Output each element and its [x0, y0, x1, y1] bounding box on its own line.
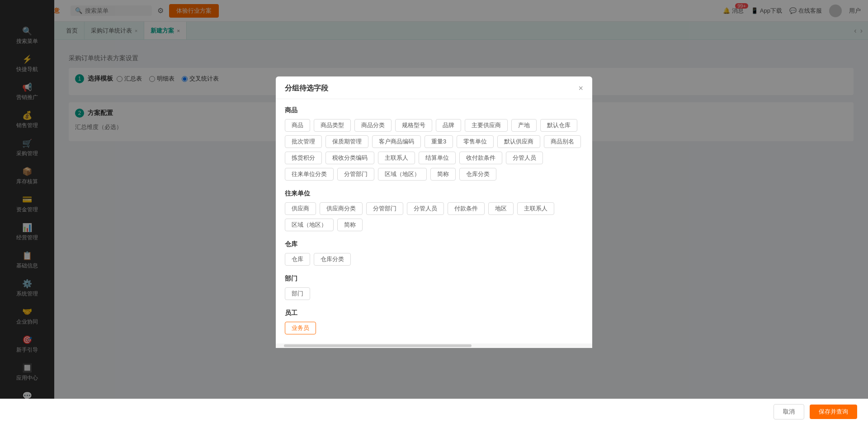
- section-employee: 员工 业务员: [285, 309, 583, 334]
- field-tag-goods-10[interactable]: 保质期管理: [326, 135, 368, 148]
- section-goods: 商品 商品 商品类型 商品分类 规格型号 品牌 主要供应商 产地 默认仓库 批次…: [285, 106, 583, 181]
- field-tag-goods-16[interactable]: 拣货积分: [285, 152, 322, 164]
- field-tag-partner-9[interactable]: 简称: [337, 219, 363, 231]
- field-tag-goods-14[interactable]: 默认供应商: [497, 135, 540, 148]
- field-tag-goods-9[interactable]: 批次管理: [285, 135, 322, 148]
- section-department-title: 部门: [285, 275, 583, 283]
- field-tag-goods-5[interactable]: 品牌: [436, 119, 461, 132]
- modal-close-button[interactable]: ×: [578, 84, 583, 93]
- field-tag-goods-21[interactable]: 分管人员: [506, 152, 543, 164]
- field-tag-goods-24[interactable]: 区域（地区）: [378, 168, 427, 181]
- field-tag-goods-12[interactable]: 重量3: [425, 135, 453, 148]
- modal-dialog: 分组待选字段 × 商品 商品 商品类型 商品分类 规格型号 品牌 主要供应商 产…: [276, 76, 592, 348]
- section-goods-tags: 商品 商品类型 商品分类 规格型号 品牌 主要供应商 产地 默认仓库 批次管理 …: [285, 119, 583, 181]
- field-tag-goods-4[interactable]: 规格型号: [395, 119, 432, 132]
- field-tag-goods-3[interactable]: 商品分类: [354, 119, 392, 132]
- section-partner: 往来单位 供应商 供应商分类 分管部门 分管人员 付款条件 地区 主联系人 区域…: [285, 190, 583, 231]
- field-tag-partner-5[interactable]: 付款条件: [448, 202, 485, 215]
- section-partner-title: 往来单位: [285, 190, 583, 198]
- field-tag-partner-7[interactable]: 主联系人: [517, 202, 554, 215]
- field-tag-goods-6[interactable]: 主要供应商: [465, 119, 508, 132]
- field-tag-department-1[interactable]: 部门: [285, 287, 310, 300]
- field-tag-goods-8[interactable]: 默认仓库: [540, 119, 577, 132]
- modal-body: 商品 商品 商品类型 商品分类 规格型号 品牌 主要供应商 产地 默认仓库 批次…: [276, 99, 592, 344]
- cancel-button[interactable]: 取消: [774, 404, 804, 419]
- field-tag-goods-15[interactable]: 商品别名: [544, 135, 581, 148]
- field-tag-goods-18[interactable]: 主联系人: [378, 152, 415, 164]
- field-tag-partner-6[interactable]: 地区: [488, 202, 514, 215]
- field-tag-goods-11[interactable]: 客户商品编码: [372, 135, 421, 148]
- field-tag-goods-22[interactable]: 往来单位分类: [285, 168, 334, 181]
- field-tag-goods-19[interactable]: 结算单位: [419, 152, 456, 164]
- section-goods-title: 商品: [285, 106, 583, 114]
- field-tag-partner-4[interactable]: 分管人员: [407, 202, 444, 215]
- section-warehouse: 仓库 仓库 仓库分类: [285, 240, 583, 266]
- footer-buttons: 取消 保存并查询: [0, 399, 868, 424]
- section-warehouse-tags: 仓库 仓库分类: [285, 253, 583, 266]
- field-tag-goods-25[interactable]: 简称: [430, 168, 456, 181]
- field-tag-warehouse-2[interactable]: 仓库分类: [314, 253, 351, 266]
- section-employee-title: 员工: [285, 309, 583, 317]
- modal-overlay: 分组待选字段 × 商品 商品 商品类型 商品分类 规格型号 品牌 主要供应商 产…: [0, 0, 868, 424]
- field-tag-goods-7[interactable]: 产地: [511, 119, 537, 132]
- section-department-tags: 部门: [285, 287, 583, 300]
- field-tag-partner-1[interactable]: 供应商: [285, 202, 316, 215]
- hscroll-thumb[interactable]: [284, 344, 472, 347]
- save-query-button[interactable]: 保存并查询: [810, 405, 857, 419]
- field-tag-goods-2[interactable]: 商品类型: [314, 119, 351, 132]
- field-tag-goods-17[interactable]: 税收分类编码: [326, 152, 374, 164]
- field-tag-partner-2[interactable]: 供应商分类: [320, 202, 363, 215]
- field-tag-goods-13[interactable]: 零售单位: [457, 135, 494, 148]
- field-tag-employee-1[interactable]: 业务员: [285, 322, 316, 334]
- field-tag-partner-8[interactable]: 区域（地区）: [285, 219, 334, 231]
- section-warehouse-title: 仓库: [285, 240, 583, 248]
- modal-title: 分组待选字段: [285, 84, 328, 93]
- field-tag-goods-23[interactable]: 分管部门: [337, 168, 374, 181]
- modal-header: 分组待选字段 ×: [276, 76, 592, 99]
- section-department: 部门 部门: [285, 275, 583, 300]
- field-tag-goods-26[interactable]: 仓库分类: [459, 168, 496, 181]
- section-partner-tags: 供应商 供应商分类 分管部门 分管人员 付款条件 地区 主联系人 区域（地区） …: [285, 202, 583, 231]
- modal-horizontal-scrollbar[interactable]: [276, 343, 592, 348]
- section-employee-tags: 业务员: [285, 322, 583, 334]
- field-tag-partner-3[interactable]: 分管部门: [366, 202, 403, 215]
- field-tag-goods-1[interactable]: 商品: [285, 119, 310, 132]
- field-tag-goods-20[interactable]: 收付款条件: [459, 152, 502, 164]
- field-tag-warehouse-1[interactable]: 仓库: [285, 253, 310, 266]
